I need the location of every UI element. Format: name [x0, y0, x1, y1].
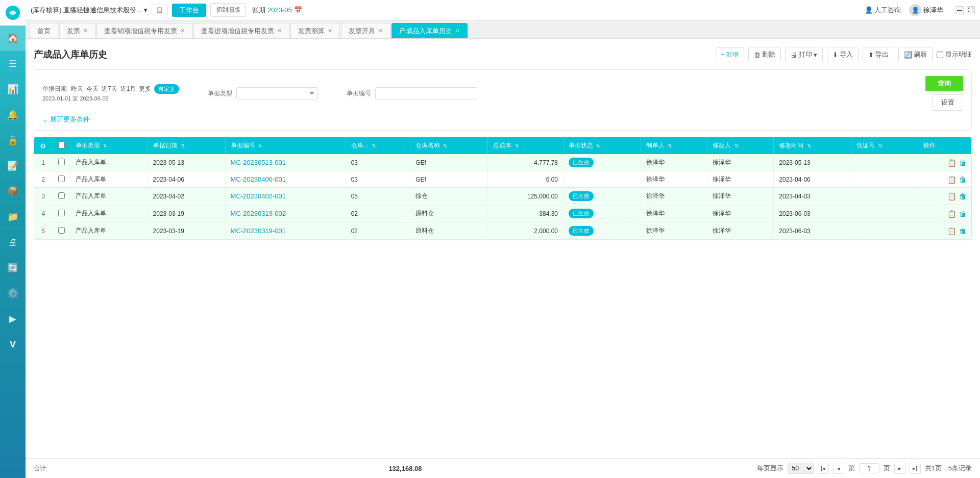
switch-button[interactable]: 切到旧版 [210, 3, 246, 17]
show-detail-checkbox[interactable]: 显示明细 [937, 50, 972, 59]
next-page-button[interactable]: ▸ [894, 463, 905, 474]
tab-history-close[interactable]: ✕ [455, 28, 460, 34]
cell-checkbox[interactable] [53, 171, 70, 188]
tab-issue[interactable]: 发票开具 ✕ [341, 23, 390, 38]
expand-more[interactable]: ⌄ 展开更多条件 [42, 115, 963, 124]
th-mtime-sort-icon[interactable]: ⇅ [807, 143, 811, 148]
import-button[interactable]: ⬇ 导入 [827, 47, 859, 62]
shortcut-custom[interactable]: 自定义 [154, 84, 179, 94]
edit-icon[interactable]: 📋 [947, 227, 956, 235]
shortcut-more[interactable]: 更多 [139, 85, 151, 93]
th-cost-sort-icon[interactable]: ⇅ [515, 143, 519, 148]
delete-row-icon[interactable]: 🗑 [959, 192, 966, 200]
delete-button[interactable]: 🗑 删除 [748, 47, 781, 62]
tab-input-vat-close[interactable]: ✕ [277, 28, 282, 34]
shortcut-7days[interactable]: 近7天 [102, 85, 117, 93]
sidebar-item-play[interactable]: ▶ [0, 306, 26, 332]
delete-row-icon[interactable]: 🗑 [959, 159, 966, 167]
cell-checkbox[interactable] [53, 222, 70, 240]
query-button[interactable]: 查询 [925, 76, 963, 91]
document-link[interactable]: MC-20230402-001 [231, 192, 286, 200]
tab-calc-close[interactable]: ✕ [328, 28, 332, 34]
show-detail-input[interactable] [937, 52, 943, 58]
minimize-button[interactable]: — [955, 6, 964, 14]
th-number-sort-icon[interactable]: ⇅ [258, 143, 262, 148]
th-voucher-sort-icon[interactable]: ⇅ [878, 143, 883, 148]
print-button[interactable]: 🖨 打印 ▾ [785, 47, 823, 62]
sidebar-item-chart[interactable]: 📊 [0, 77, 26, 102]
sidebar-item-v[interactable]: V [0, 332, 26, 357]
row-checkbox[interactable] [58, 210, 65, 216]
first-page-button[interactable]: |◂ [818, 463, 829, 474]
workbench-button[interactable]: 工作台 [172, 4, 206, 17]
tab-issue-close[interactable]: ✕ [378, 28, 383, 34]
shortcut-1month[interactable]: 近1月 [120, 85, 136, 93]
document-link[interactable]: MC-20230406-001 [231, 175, 286, 183]
th-type-sort-icon[interactable]: ⇅ [103, 143, 107, 148]
refresh-button[interactable]: 🔄 刷新 [898, 47, 933, 62]
table-settings-icon[interactable]: ⚙ [40, 142, 46, 150]
tab-sales-vat[interactable]: 查看销项增值税专用发票 ✕ [96, 23, 192, 38]
sidebar-item-list[interactable]: ☰ [0, 51, 26, 77]
th-status-sort-icon[interactable]: ⇅ [596, 143, 600, 148]
sidebar-item-home[interactable]: 🏠 [0, 26, 26, 51]
print-dropdown-icon[interactable]: ▾ [814, 51, 817, 59]
tab-input-vat[interactable]: 查看进项增值税专用发票 ✕ [193, 23, 289, 38]
sidebar-item-refresh[interactable]: 🔄 [0, 255, 26, 281]
maximize-button[interactable]: ⛶ [967, 6, 975, 14]
th-creator-sort-icon[interactable]: ⇅ [668, 143, 672, 148]
date-range-display[interactable]: 2023-01-01 至 2023-06-06 [42, 95, 179, 103]
sidebar-item-bell[interactable]: 🔔 [0, 102, 26, 128]
edit-icon[interactable]: 📋 [947, 159, 956, 167]
last-page-button[interactable]: ▸| [910, 463, 921, 474]
th-modifier-sort-icon[interactable]: ⇅ [734, 143, 739, 148]
edit-icon[interactable]: 📋 [947, 192, 956, 200]
user-menu[interactable]: 👤 徐泽华 [909, 4, 943, 16]
type-select[interactable]: 产品入库单 [236, 87, 318, 99]
shortcut-today[interactable]: 今天 [86, 85, 99, 93]
cell-checkbox[interactable] [53, 188, 70, 205]
row-checkbox[interactable] [58, 175, 65, 182]
sidebar-item-print[interactable]: 🖨 [0, 230, 26, 255]
row-checkbox[interactable] [58, 192, 65, 199]
delete-row-icon[interactable]: 🗑 [959, 227, 966, 235]
company-dropdown-icon[interactable]: ▾ [144, 6, 148, 14]
setting-button[interactable]: 设置 [933, 94, 963, 111]
delete-row-icon[interactable]: 🗑 [959, 210, 966, 218]
row-checkbox[interactable] [58, 159, 65, 165]
tab-calc[interactable]: 发票测算 ✕ [290, 23, 340, 38]
sidebar-item-lock[interactable]: 🔒 [0, 128, 26, 153]
document-link[interactable]: MC-20230319-001 [231, 227, 286, 235]
document-link[interactable]: MC-20230319-002 [231, 210, 286, 217]
export-button[interactable]: ⬆ 导出 [863, 47, 894, 62]
sidebar-item-settings[interactable]: ⚙️ [0, 281, 26, 306]
row-checkbox[interactable] [58, 227, 65, 234]
support-button[interactable]: 👤 人工咨询 [865, 6, 901, 15]
page-input[interactable] [859, 463, 879, 473]
copy-icon-btn[interactable]: 📋 [152, 5, 168, 15]
edit-icon[interactable]: 📋 [947, 175, 956, 184]
edit-icon[interactable]: 📋 [947, 210, 956, 218]
tab-history[interactable]: 产成品入库单历史 ✕ [391, 23, 468, 38]
th-checkbox[interactable] [53, 137, 70, 154]
new-button[interactable]: + 新增 [716, 47, 744, 62]
sidebar-item-note[interactable]: 📝 [0, 153, 26, 179]
tab-invoice[interactable]: 发票 ✕ [59, 23, 95, 38]
cell-checkbox[interactable] [53, 154, 70, 171]
select-all-checkbox[interactable] [58, 142, 65, 148]
tab-home[interactable]: 首页 [30, 23, 58, 38]
sidebar-item-folder[interactable]: 📁 [0, 204, 26, 230]
sidebar-item-box[interactable]: 📦 [0, 179, 26, 204]
shortcut-yesterday[interactable]: 昨天 [71, 85, 83, 93]
prev-page-button[interactable]: ◂ [833, 463, 844, 474]
th-date-sort-icon[interactable]: ⇅ [181, 143, 185, 148]
per-page-select[interactable]: 50 100 200 [788, 463, 814, 474]
th-wh-name-sort-icon[interactable]: ⇅ [443, 143, 447, 148]
th-wh-code-sort-icon[interactable]: ⇅ [372, 143, 376, 148]
cell-checkbox[interactable] [53, 205, 70, 222]
document-link[interactable]: MC-20230513-001 [231, 159, 286, 166]
calendar-icon[interactable]: 📅 [294, 6, 302, 14]
tab-invoice-close[interactable]: ✕ [83, 28, 88, 34]
number-input[interactable] [375, 87, 477, 99]
th-settings[interactable]: ⚙ [34, 137, 53, 154]
